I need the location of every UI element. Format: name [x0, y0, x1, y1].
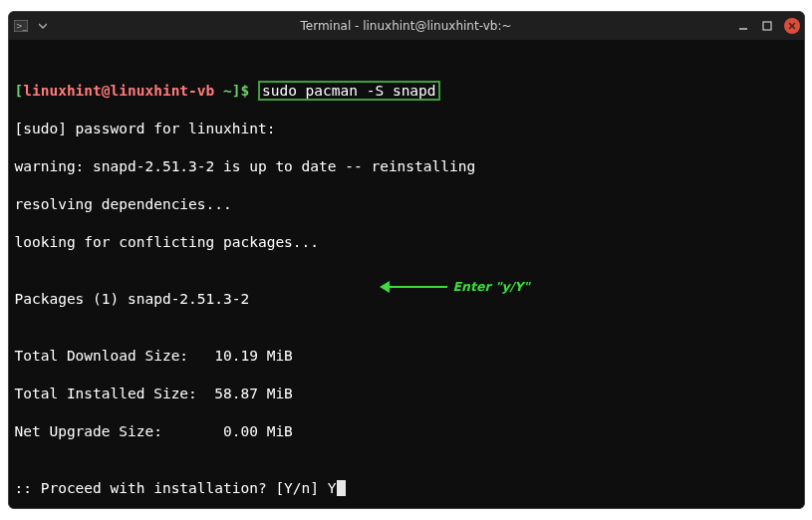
output-line: Total Download Size: 10.19 MiB — [15, 347, 798, 366]
window-title: Terminal - linuxhint@linuxhint-vb:~ — [301, 19, 512, 33]
output-line: looking for conflicting packages... — [15, 233, 798, 252]
window-controls — [736, 18, 800, 34]
prompt-bracket-close: ] — [232, 83, 241, 99]
output-line: warning: snapd-2.51.3-2 is up to date --… — [15, 157, 798, 176]
output-line: Total Installed Size: 58.87 MiB — [15, 385, 798, 403]
close-button[interactable] — [784, 18, 800, 34]
titlebar-left: >_ — [13, 18, 51, 34]
dropdown-icon[interactable] — [35, 18, 51, 34]
arrow-icon — [388, 286, 447, 288]
annotation: Enter "y/Y" — [388, 277, 530, 296]
proceed-text: :: Proceed with installation? [Y/n] Y — [15, 480, 337, 496]
svg-text:>_: >_ — [16, 22, 28, 31]
proceed-line: :: Proceed with installation? [Y/n] Y — [15, 479, 798, 498]
prompt-bracket-open: [ — [15, 83, 24, 99]
prompt-symbol: $ — [241, 83, 258, 99]
minimize-button[interactable] — [736, 19, 750, 33]
svg-rect-3 — [763, 22, 771, 30]
terminal-icon: >_ — [13, 18, 29, 34]
output-line: Net Upgrade Size: 0.00 MiB — [15, 422, 798, 441]
cursor — [337, 480, 346, 496]
annotation-text: Enter "y/Y" — [453, 277, 530, 296]
prompt-user-host: linuxhint@linuxhint-vb — [23, 83, 214, 99]
titlebar[interactable]: >_ Terminal - linuxhint@linuxhint-vb:~ — [9, 12, 804, 40]
prompt-path: ~ — [214, 83, 231, 99]
prompt-line: [linuxhint@linuxhint-vb ~]$ sudo pacman … — [15, 82, 798, 101]
command-highlight: sudo pacman -S snapd — [258, 81, 440, 101]
maximize-button[interactable] — [760, 19, 774, 33]
terminal-body[interactable]: [linuxhint@linuxhint-vb ~]$ sudo pacman … — [9, 40, 804, 508]
output-line: [sudo] password for linuxhint: — [15, 120, 798, 138]
command-text: sudo pacman -S snapd — [262, 83, 436, 99]
output-line: resolving dependencies... — [15, 195, 798, 214]
terminal-window: >_ Terminal - linuxhint@linuxhint-vb:~ [… — [8, 11, 805, 509]
